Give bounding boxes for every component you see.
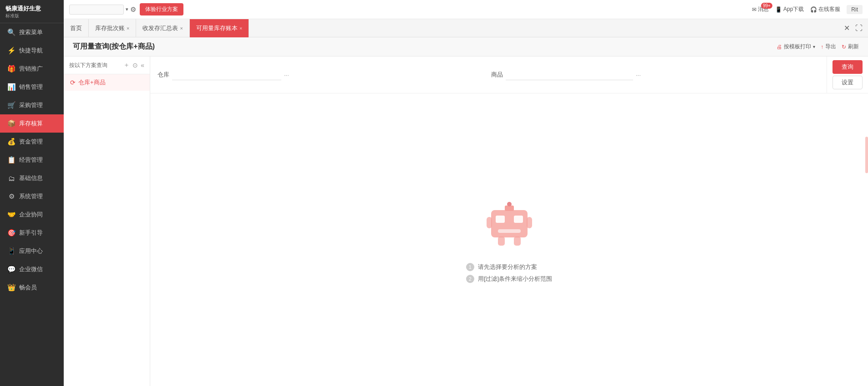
print-button[interactable]: 🖨 按模板打印 ▾ bbox=[777, 43, 815, 51]
left-panel-item-warehouse-goods[interactable]: ⟳ 仓库+商品 bbox=[64, 74, 150, 91]
clipboard-icon: 📋 bbox=[7, 156, 15, 164]
sidebar-item-label: 经营管理 bbox=[19, 156, 43, 164]
sidebar-item-finance[interactable]: 💰 资金管理 bbox=[0, 133, 64, 151]
tab-available-qty[interactable]: 可用量库存账本 × bbox=[190, 19, 249, 37]
add-icon[interactable]: ＋ bbox=[123, 61, 130, 69]
sidebar-item-label: 企业微信 bbox=[19, 265, 43, 273]
svg-rect-1 bbox=[496, 216, 505, 223]
empty-state-tips: 1 请先选择要分析的方案 2 用[过滤]条件来缩小分析范围 bbox=[466, 263, 552, 283]
service-button[interactable]: 🎧 在线客服 bbox=[810, 5, 840, 13]
goods-label: 商品 bbox=[491, 71, 503, 79]
export-label: 导出 bbox=[825, 43, 836, 51]
sidebar-item-wechat[interactable]: 💬 企业微信 bbox=[0, 260, 64, 278]
sidebar-item-label: 采购管理 bbox=[19, 101, 43, 109]
app-icon: 📱 bbox=[775, 6, 782, 13]
svg-rect-3 bbox=[498, 229, 521, 233]
sidebar-logo: 畅康通好生意 标准版 bbox=[0, 0, 64, 23]
export-button[interactable]: ↑ 导出 bbox=[821, 43, 836, 51]
left-panel-icons: ＋ ⊙ « bbox=[123, 61, 144, 69]
sidebar-item-marketing[interactable]: 🎁 营销推广 bbox=[0, 60, 64, 78]
refresh-button[interactable]: ↻ 刷新 bbox=[842, 43, 859, 51]
page-header: 可用量查询(按仓库+商品) 🖨 按模板打印 ▾ ↑ 导出 ↻ 刷新 bbox=[64, 37, 868, 57]
warehouse-more-icon[interactable]: ··· bbox=[284, 72, 289, 78]
sidebar-item-label: 库存核算 bbox=[19, 119, 43, 128]
svg-point-5 bbox=[507, 202, 512, 206]
tip-text-2: 用[过滤]条件来缩小分析范围 bbox=[478, 275, 552, 283]
chevron-down-icon[interactable]: ▾ bbox=[813, 44, 815, 49]
sidebar-item-inventory[interactable]: 📦 库存核算 bbox=[0, 114, 64, 133]
svg-rect-8 bbox=[498, 237, 505, 246]
sidebar-item-label: 资金管理 bbox=[19, 138, 43, 146]
robot-illustration bbox=[482, 196, 537, 251]
sidebar-item-purchase[interactable]: 🛒 采购管理 bbox=[0, 96, 64, 114]
left-panel-header: 按以下方案查询 ＋ ⊙ « bbox=[64, 57, 150, 74]
sidebar-item-operations[interactable]: 📋 经营管理 bbox=[0, 151, 64, 169]
warehouse-label: 仓库 bbox=[157, 71, 169, 79]
logo-subtitle: 标准版 bbox=[5, 13, 58, 19]
sidebar-scroll: 🔍 搜索菜单 ⚡ 快捷导航 🎁 营销推广 📊 销售管理 🛒 采购管理 📦 bbox=[0, 23, 64, 386]
refresh-icon: ↻ bbox=[842, 44, 846, 50]
svg-rect-0 bbox=[491, 210, 528, 237]
tab-home[interactable]: 首页 bbox=[64, 19, 89, 37]
search-icon: 🔍 bbox=[7, 28, 15, 36]
tab-label: 收发存汇总表 bbox=[142, 24, 178, 32]
gear-icon: ⚙ bbox=[7, 192, 15, 201]
goods-input[interactable] bbox=[506, 69, 633, 80]
sidebar-item-label: 应用中心 bbox=[19, 247, 43, 255]
goods-more-icon[interactable]: ··· bbox=[636, 72, 641, 78]
empty-state-tip-2: 2 用[过滤]条件来缩小分析范围 bbox=[466, 275, 552, 283]
phone-icon: 📱 bbox=[7, 247, 15, 255]
sidebar-item-cooperation[interactable]: 🤝 企业协同 bbox=[0, 206, 64, 224]
refresh-label: 刷新 bbox=[848, 43, 859, 51]
empty-state: 1 请先选择要分析的方案 2 用[过滤]条件来缩小分析范围 bbox=[150, 93, 868, 386]
empty-state-tip-1: 1 请先选择要分析的方案 bbox=[466, 263, 552, 271]
warehouse-input[interactable] bbox=[172, 69, 281, 80]
message-icon: ✉ bbox=[752, 6, 756, 13]
print-label: 按模板打印 bbox=[784, 43, 811, 51]
settings-button[interactable]: 设置 bbox=[832, 76, 863, 89]
sidebar-item-basic-info[interactable]: 🗂 基础信息 bbox=[0, 169, 64, 187]
warehouse-filter: 仓库 ··· bbox=[157, 69, 486, 80]
page-actions: 🖨 按模板打印 ▾ ↑ 导出 ↻ 刷新 bbox=[777, 43, 859, 51]
sidebar-item-system[interactable]: ⚙ 系统管理 bbox=[0, 187, 64, 206]
tab-batch-account[interactable]: 库存批次账 × bbox=[89, 19, 136, 37]
chevron-down-icon[interactable]: ▾ bbox=[126, 6, 128, 12]
right-panel: 仓库 ··· 商品 ··· 查询 设置 bbox=[150, 57, 868, 386]
scrollbar-thumb[interactable] bbox=[865, 137, 868, 173]
service-label: 在线客服 bbox=[818, 5, 840, 13]
logo-title: 畅康通好生意 bbox=[5, 5, 58, 13]
tab-label: 库存批次账 bbox=[95, 24, 125, 32]
app-download-button[interactable]: 📱 App下载 bbox=[775, 5, 804, 13]
sidebar-item-app-center[interactable]: 📱 应用中心 bbox=[0, 242, 64, 260]
message-badge: 99+ bbox=[761, 3, 772, 9]
settings-icon[interactable]: ⚙ bbox=[130, 5, 136, 14]
money-icon: 💰 bbox=[7, 138, 15, 146]
sidebar-item-label: 系统管理 bbox=[19, 192, 43, 201]
sidebar-item-member[interactable]: 👑 畅会员 bbox=[0, 278, 64, 297]
message-button[interactable]: ✉ 消息 99+ bbox=[752, 5, 769, 13]
tab-recv-summary[interactable]: 收发存汇总表 × bbox=[136, 19, 189, 37]
target-icon: 🎯 bbox=[7, 229, 15, 237]
tab-expand-button[interactable]: ⛶ bbox=[853, 22, 864, 34]
tabs-bar: 首页 库存批次账 × 收发存汇总表 × 可用量库存账本 × ✕ ⛶ bbox=[64, 19, 868, 37]
settings-icon[interactable]: ⊙ bbox=[132, 62, 138, 69]
wechat-icon: 💬 bbox=[7, 265, 15, 273]
sidebar-item-guide[interactable]: 🎯 新手引导 bbox=[0, 224, 64, 242]
tab-close-button[interactable]: ✕ bbox=[842, 22, 852, 34]
close-icon[interactable]: × bbox=[180, 26, 183, 31]
gift-icon: 🎁 bbox=[7, 65, 15, 73]
collapse-icon[interactable]: « bbox=[141, 62, 144, 69]
close-icon[interactable]: × bbox=[127, 26, 129, 31]
topbar-search-input[interactable] bbox=[69, 5, 124, 15]
sidebar-item-label: 搜索菜单 bbox=[19, 28, 43, 36]
user-menu[interactable]: Rit bbox=[847, 5, 863, 14]
close-icon[interactable]: × bbox=[239, 26, 242, 31]
empty-state-robot bbox=[482, 196, 537, 257]
sidebar-item-sales[interactable]: 📊 销售管理 bbox=[0, 78, 64, 96]
print-icon: 🖨 bbox=[777, 44, 782, 50]
query-button[interactable]: 查询 bbox=[832, 60, 863, 74]
main-area: ▾ ⚙ 体验行业方案 ✉ 消息 99+ 📱 App下载 🎧 在线客服 bbox=[64, 0, 868, 386]
sidebar-item-shortcut[interactable]: ⚡ 快捷导航 bbox=[0, 41, 64, 60]
sidebar-item-search[interactable]: 🔍 搜索菜单 bbox=[0, 23, 64, 41]
trial-button[interactable]: 体验行业方案 bbox=[140, 3, 183, 15]
